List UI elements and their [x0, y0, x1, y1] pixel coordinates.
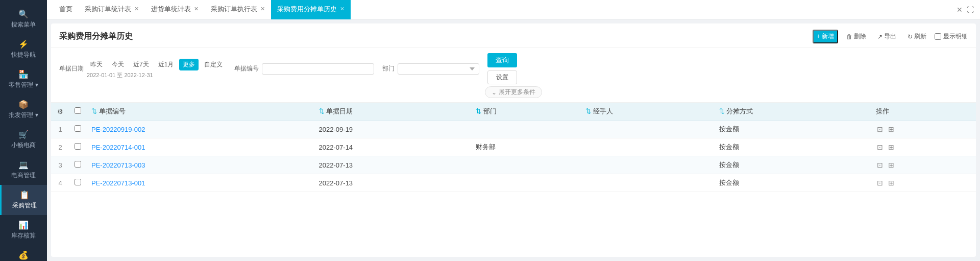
sidebar-icon: ⚡ [2, 39, 45, 49]
tab-label: 进货单统计表 [151, 5, 191, 14]
close-window-icon[interactable]: ✕ [957, 6, 963, 14]
th-settings[interactable]: ⚙ [51, 103, 69, 121]
delete-button[interactable]: 🗑 删除 [843, 31, 869, 42]
sidebar-item-快捷导航[interactable]: ⚡ 快捷导航 [0, 34, 47, 64]
sidebar-item-采购管理[interactable]: 📋 采购管理 [0, 185, 47, 215]
doc-no-link[interactable]: PE-20220713-001 [91, 179, 145, 187]
sidebar-item-电商管理[interactable]: 💻 电商管理 [0, 155, 47, 185]
view-icon[interactable]: ⊡ [876, 160, 884, 170]
date-btn-1month[interactable]: 近1月 [155, 59, 178, 70]
cell-doc-date: 2022-07-13 [314, 174, 471, 192]
more-icon[interactable]: ⊞ [887, 142, 895, 152]
sort-icon-doc-date[interactable]: ⇅ [319, 107, 325, 115]
tab-采购费用分摊单历史[interactable]: 采购费用分摊单历史✕ [271, 0, 351, 19]
sort-icon-doc-no[interactable]: ⇅ [91, 107, 97, 115]
doc-no-link[interactable]: PE-20220713-003 [91, 161, 145, 169]
cell-handler [580, 174, 714, 192]
select-all-checkbox[interactable] [75, 107, 81, 114]
row-num: 4 [51, 174, 69, 192]
show-columns-toggle[interactable]: 显示明细 [935, 32, 968, 41]
sidebar-item-label: 搜索菜单 [2, 20, 45, 29]
row-checkbox[interactable] [75, 143, 81, 150]
th-checkbox[interactable] [69, 103, 86, 121]
dept-label: 部门 [382, 64, 395, 73]
tab-close-icon[interactable]: ✕ [194, 6, 199, 12]
row-num: 1 [51, 121, 69, 138]
more-icon[interactable]: ⊞ [887, 160, 895, 170]
sidebar-item-资金管理[interactable]: 💰 资金管理 [0, 245, 47, 261]
tab-进货单统计表[interactable]: 进货单统计表✕ [145, 0, 205, 19]
cell-split-method: 按金额 [714, 121, 871, 138]
view-icon[interactable]: ⊡ [876, 124, 884, 134]
dept-select[interactable]: 财务部 [398, 63, 479, 75]
date-btn-7days[interactable]: 近7天 [130, 59, 153, 70]
sort-icon-dept[interactable]: ⇅ [476, 107, 481, 115]
show-columns-checkbox[interactable] [935, 33, 941, 40]
data-table: ⚙ ⇅ 单据编号 ⇅ 单据日期 ⇅ 部门 ⇅ 经手人 ⇅ 分摊方式 操作 1 P… [51, 103, 976, 192]
more-icon[interactable]: ⊞ [887, 124, 895, 134]
row-checkbox[interactable] [75, 161, 81, 168]
tab-label: 首页 [59, 5, 72, 14]
date-btn-more[interactable]: 更多 [179, 59, 199, 70]
filter-settings-button[interactable]: 设置 [487, 70, 517, 84]
sidebar-icon: 💻 [2, 160, 45, 170]
sort-icon-split[interactable]: ⇅ [719, 107, 725, 115]
doc-no-link[interactable]: PE-20220919-002 [91, 126, 145, 133]
tab-close-icon[interactable]: ✕ [260, 6, 265, 12]
more-icon[interactable]: ⊞ [887, 178, 895, 188]
doc-no-link[interactable]: PE-20220714-001 [91, 144, 145, 151]
cell-action: ⊡ ⊞ [871, 121, 976, 138]
doc-no-label: 单据编号 [234, 64, 259, 73]
tab-首页[interactable]: 首页 [53, 0, 79, 19]
date-btn-today[interactable]: 今天 [108, 59, 128, 70]
sidebar-item-库存核算[interactable]: 📊 库存核算 [0, 215, 47, 245]
delete-icon: 🗑 [846, 33, 852, 40]
row-checkbox-cell [69, 138, 86, 156]
export-button[interactable]: ↗ 导出 [874, 31, 899, 42]
table-row: 1 PE-20220919-002 2022-09-19 按金额 ⊡ ⊞ [51, 121, 976, 138]
add-button[interactable]: + 新增 [813, 30, 838, 43]
sidebar-item-搜索菜单[interactable]: 🔍 搜索菜单 [0, 4, 47, 34]
date-btn-custom[interactable]: 自定义 [201, 59, 226, 70]
cell-dept: 财务部 [471, 138, 580, 156]
date-filter-group: 单据日期 昨天 今天 近7天 近1月 更多 自定义 2022-01-01 至 2… [59, 59, 226, 79]
cell-handler [580, 156, 714, 174]
date-buttons: 昨天 今天 近7天 近1月 更多 自定义 2022-01-01 至 2022-1… [87, 59, 226, 79]
sidebar-item-label: 批发管理 ▾ [2, 111, 45, 120]
table-body: 1 PE-20220919-002 2022-09-19 按金额 ⊡ ⊞ 2 P… [51, 121, 976, 192]
cell-dept [471, 156, 580, 174]
doc-no-input[interactable] [262, 63, 374, 75]
tab-close-icon[interactable]: ✕ [134, 6, 139, 12]
sort-icon-handler[interactable]: ⇅ [585, 107, 591, 115]
date-btn-yesterday[interactable]: 昨天 [87, 59, 106, 70]
main-content: 首页采购订单统计表✕进货单统计表✕采购订单执行表✕采购费用分摊单历史✕✕ ⛶ 采… [47, 0, 980, 261]
tab-bar-right: ✕ ⛶ [957, 6, 974, 14]
cell-dept [471, 174, 580, 192]
th-handler: ⇅ 经手人 [580, 103, 714, 121]
tab-close-icon[interactable]: ✕ [340, 6, 345, 12]
sidebar-item-label: 小畅电商 [2, 141, 45, 150]
view-icon[interactable]: ⊡ [876, 178, 884, 188]
row-checkbox[interactable] [75, 125, 81, 132]
view-icon[interactable]: ⊡ [876, 142, 884, 152]
row-checkbox[interactable] [75, 179, 81, 185]
sidebar-icon: 💰 [2, 250, 45, 260]
cell-doc-date: 2022-09-19 [314, 121, 471, 138]
export-icon: ↗ [877, 33, 883, 40]
expand-more-button[interactable]: ⌄ 展开更多条件 [485, 86, 542, 98]
expand-window-icon[interactable]: ⛶ [967, 6, 974, 14]
cell-doc-no: PE-20220714-001 [86, 138, 314, 156]
refresh-button[interactable]: ↻ 刷新 [904, 31, 929, 42]
sidebar-item-小畅电商[interactable]: 🛒 小畅电商 [0, 125, 47, 155]
th-action: 操作 [871, 103, 976, 121]
chevron-down-icon: ⌄ [492, 89, 497, 96]
cell-doc-no: PE-20220713-001 [86, 174, 314, 192]
th-doc-no: ⇅ 单据编号 [86, 103, 314, 121]
tab-采购订单统计表[interactable]: 采购订单统计表✕ [79, 0, 145, 19]
query-button[interactable]: 查询 [487, 53, 517, 67]
sidebar-item-批发管理[interactable]: 📦 批发管理 ▾ [0, 94, 47, 125]
sidebar-icon: 🏪 [2, 69, 45, 79]
sidebar-item-零售管理[interactable]: 🏪 零售管理 ▾ [0, 64, 47, 94]
table-row: 3 PE-20220713-003 2022-07-13 按金额 ⊡ ⊞ [51, 156, 976, 174]
tab-采购订单执行表[interactable]: 采购订单执行表✕ [205, 0, 271, 19]
